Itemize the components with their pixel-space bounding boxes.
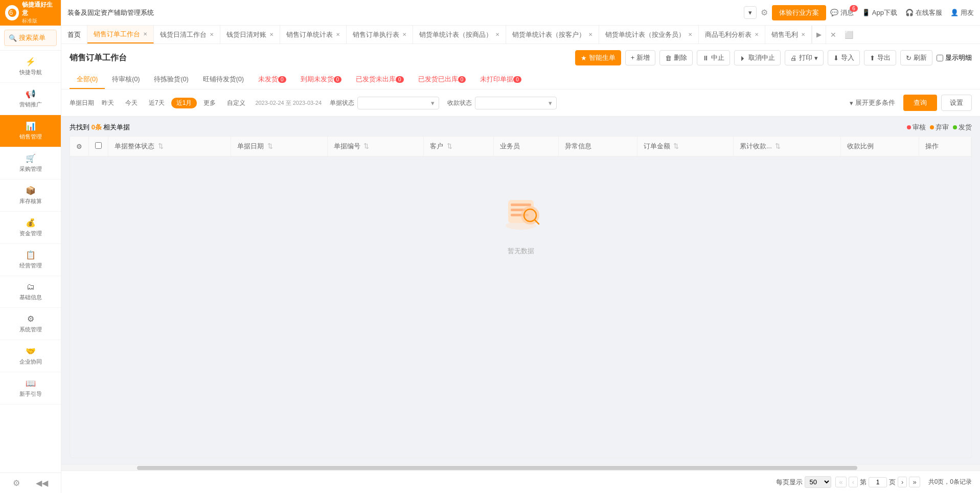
filter-tab-shipped-not-out[interactable]: 已发货未出库0 bbox=[349, 71, 411, 89]
date-custom[interactable]: 自定义 bbox=[222, 97, 250, 109]
expand-filter-button[interactable]: ▾ 展开更多条件 bbox=[850, 98, 895, 107]
query-button[interactable]: 查询 bbox=[903, 95, 937, 111]
col-settings[interactable]: ⚙ bbox=[70, 137, 89, 156]
sidebar-item-system[interactable]: ⚙ 系统管理 bbox=[0, 308, 61, 340]
tab-home[interactable]: 首页 bbox=[61, 26, 87, 43]
tab-sales-exec-close[interactable]: ✕ bbox=[402, 32, 406, 37]
quick-cancel-review[interactable]: 弃审 bbox=[930, 123, 949, 132]
app-download-button[interactable]: 📱 App下载 bbox=[862, 8, 897, 17]
tab-cash-reconcile-close[interactable]: ✕ bbox=[269, 32, 274, 37]
search-menu-button[interactable]: 🔍 搜索菜单 bbox=[4, 30, 57, 46]
filter-tab-wangpu[interactable]: 旺铺待发货(0) bbox=[196, 71, 251, 89]
sidebar-item-finance[interactable]: 💰 资金管理 bbox=[0, 212, 61, 244]
refresh-button[interactable]: ↻ 刷新 bbox=[900, 50, 932, 65]
tab-sales-summary-customer-close[interactable]: ✕ bbox=[588, 32, 592, 37]
status-select[interactable]: ▾ bbox=[357, 97, 439, 109]
col-date[interactable]: 单据日期 ⇅ bbox=[231, 137, 327, 156]
tab-sales-summary-staff[interactable]: 销货单统计表（按业务员） ✕ bbox=[599, 26, 699, 43]
set-button[interactable]: 设置 bbox=[941, 95, 972, 111]
tab-sales-gross[interactable]: 销售毛利 ✕ bbox=[765, 26, 812, 43]
tab-sales-workbench[interactable]: 销售订单工作台 ✕ bbox=[87, 26, 154, 43]
tab-sales-summary-staff-close[interactable]: ✕ bbox=[688, 32, 692, 37]
sidebar-item-enterprise[interactable]: 🤝 企业协同 bbox=[0, 340, 61, 372]
collapse-icon[interactable]: ◀◀ bbox=[36, 478, 48, 488]
add-button[interactable]: + 新增 bbox=[625, 50, 655, 65]
date-today[interactable]: 今天 bbox=[121, 97, 142, 109]
page-last-button[interactable]: » bbox=[909, 477, 920, 487]
filter-tab-pending-inspect[interactable]: 待拣验货(0) bbox=[147, 71, 195, 89]
tab-sales-exec[interactable]: 销售订单执行表 ✕ bbox=[347, 26, 413, 43]
settings-icon[interactable]: ⚙ bbox=[13, 478, 20, 488]
import-button[interactable]: ⬇ 导入 bbox=[828, 50, 860, 65]
tab-sales-gross-close[interactable]: ✕ bbox=[801, 32, 805, 37]
page-first-button[interactable]: « bbox=[835, 477, 846, 487]
page-next-button[interactable]: › bbox=[898, 477, 907, 487]
date-yesterday[interactable]: 昨天 bbox=[97, 97, 119, 109]
sidebar-item-sales[interactable]: 📊 销售管理 bbox=[0, 115, 61, 147]
app-name: 畅捷通好生意 bbox=[22, 1, 56, 17]
tab-sales-summary-product[interactable]: 销货单统计表（按商品） ✕ bbox=[413, 26, 506, 43]
date-1month[interactable]: 近1月 bbox=[171, 98, 197, 108]
show-detail-checkbox-label[interactable]: 显示明细 bbox=[937, 53, 972, 62]
col-customer[interactable]: 客户 ⇅ bbox=[424, 137, 494, 156]
filter-tab-expired-not-shipped[interactable]: 到期未发货0 bbox=[293, 71, 349, 89]
print-button[interactable]: 🖨 打印 ▾ bbox=[785, 50, 824, 65]
tab-close-icon[interactable]: ✕ bbox=[826, 31, 840, 39]
filter-tab-not-shipped[interactable]: 未发货0 bbox=[251, 71, 293, 89]
sidebar-item-quick-nav[interactable]: ⚡ 快捷导航 bbox=[0, 51, 61, 83]
sidebar-item-guide[interactable]: 📖 新手引导 bbox=[0, 372, 61, 405]
date-more[interactable]: 更多 bbox=[199, 97, 220, 109]
tab-sales-workbench-close[interactable]: ✕ bbox=[143, 31, 147, 37]
tab-restore-icon[interactable]: ⬜ bbox=[840, 31, 857, 39]
tab-gross-profit[interactable]: 商品毛利分析表 ✕ bbox=[699, 26, 765, 43]
sidebar-item-purchase[interactable]: 🛒 采购管理 bbox=[0, 147, 61, 180]
filter-tab-shipped-out[interactable]: 已发货已出库0 bbox=[411, 71, 473, 89]
tab-sales-stats[interactable]: 销售订单统计表 ✕ bbox=[280, 26, 347, 43]
filter-tab-all[interactable]: 全部(0) bbox=[70, 71, 105, 89]
tab-sales-summary-customer[interactable]: 销货单统计表（按客户） ✕ bbox=[506, 26, 599, 43]
quick-review[interactable]: 审核 bbox=[907, 123, 926, 132]
smart-create-button[interactable]: ★ 智能生单 bbox=[575, 50, 621, 65]
topbar-right: 💬 6 消息 📱 App下载 🎧 在线客服 👤 用友 bbox=[830, 8, 974, 17]
delete-button[interactable]: 🗑 删除 bbox=[659, 50, 693, 65]
payment-select[interactable]: ▾ bbox=[475, 97, 557, 109]
filter-tab-not-printed[interactable]: 未打印单据0 bbox=[473, 71, 529, 89]
cancel-pause-button[interactable]: ⏵ 取消中止 bbox=[734, 50, 781, 65]
tab-more-button[interactable]: ▶ bbox=[812, 26, 826, 43]
date-7days[interactable]: 近7天 bbox=[144, 97, 169, 109]
tab-cash-daily[interactable]: 钱货日清工作台 ✕ bbox=[154, 26, 220, 43]
col-status[interactable]: 单据整体状态 ⇅ bbox=[108, 137, 231, 156]
sidebar-item-inventory[interactable]: 📦 库存核算 bbox=[0, 180, 61, 212]
page-prev-button[interactable]: ‹ bbox=[849, 477, 858, 487]
select-all-checkbox[interactable] bbox=[95, 142, 102, 149]
col-collected[interactable]: 累计收款... ⇅ bbox=[733, 137, 840, 156]
print-icon: 🖨 bbox=[790, 54, 797, 62]
page-input[interactable] bbox=[869, 477, 887, 487]
tab-gross-profit-close[interactable]: ✕ bbox=[755, 32, 759, 37]
show-detail-checkbox[interactable] bbox=[937, 55, 943, 61]
system-dropdown[interactable]: ▾ bbox=[744, 6, 757, 19]
col-amount[interactable]: 订单金额 ⇅ bbox=[637, 137, 733, 156]
tab-sales-summary-product-close[interactable]: ✕ bbox=[495, 32, 499, 37]
quick-ship[interactable]: 发货 bbox=[953, 123, 972, 132]
col-checkbox[interactable] bbox=[89, 137, 108, 156]
page-size-select[interactable]: 10 20 50 100 bbox=[805, 476, 831, 488]
status-label: 单据状态 bbox=[330, 99, 354, 107]
tab-cash-reconcile[interactable]: 钱货日清对账 ✕ bbox=[220, 26, 280, 43]
scrollbar-thumb[interactable] bbox=[137, 466, 857, 470]
industry-solution-button[interactable]: 体验行业方案 bbox=[772, 5, 826, 20]
col-number[interactable]: 单据编号 ⇅ bbox=[327, 137, 423, 156]
sidebar-item-operation[interactable]: 📋 经营管理 bbox=[0, 244, 61, 276]
horizontal-scrollbar[interactable] bbox=[61, 464, 980, 470]
tab-cash-daily-close[interactable]: ✕ bbox=[210, 32, 214, 37]
export-button[interactable]: ⬆ 导出 bbox=[864, 50, 896, 65]
tab-sales-stats-close[interactable]: ✕ bbox=[336, 32, 340, 37]
sidebar-item-basic[interactable]: 🗂 基础信息 bbox=[0, 276, 61, 308]
topbar-settings-icon[interactable]: ⚙ bbox=[761, 8, 768, 17]
sidebar-item-marketing[interactable]: 📢 营销推广 bbox=[0, 83, 61, 115]
online-service-button[interactable]: 🎧 在线客服 bbox=[905, 8, 942, 17]
user-menu-button[interactable]: 👤 用友 bbox=[950, 8, 974, 17]
message-button[interactable]: 💬 6 消息 bbox=[830, 8, 854, 17]
pause-button[interactable]: ⏸ 中止 bbox=[697, 50, 730, 65]
filter-tab-pending-review[interactable]: 待审核(0) bbox=[105, 71, 147, 89]
